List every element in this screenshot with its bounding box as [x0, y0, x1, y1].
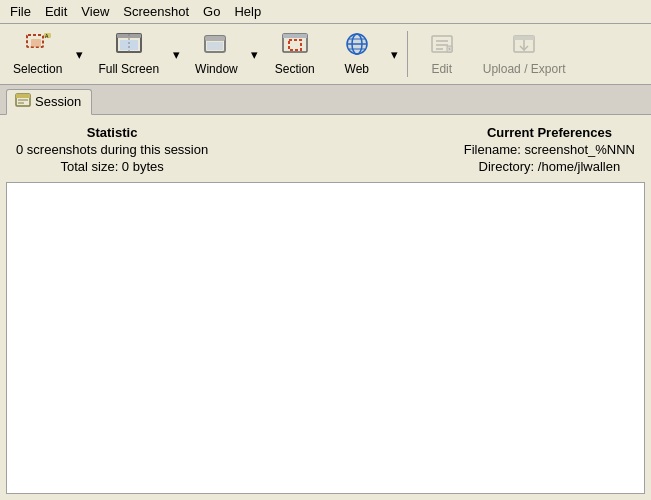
- toolbar: A Selection ▾ Full Screen ▾: [0, 24, 651, 85]
- section-icon: [281, 32, 309, 60]
- window-label: Window: [195, 62, 238, 76]
- upload-label: Upload / Export: [483, 62, 566, 76]
- selection-icon: A: [24, 32, 52, 60]
- filename-value: Filename: screenshot_%NNN: [464, 142, 635, 157]
- svg-rect-10: [207, 42, 223, 50]
- screenshots-count: 0 screenshots during this session: [16, 142, 208, 157]
- menu-screenshot[interactable]: Screenshot: [117, 2, 195, 21]
- toolbar-separator-1: [407, 31, 408, 77]
- svg-rect-13: [289, 40, 301, 50]
- svg-rect-6: [120, 40, 138, 50]
- web-group: Web ▾: [327, 27, 403, 81]
- selection-arrow[interactable]: ▾: [71, 27, 87, 81]
- fullscreen-label: Full Screen: [98, 62, 159, 76]
- preferences-col: Current Preferences Filename: screenshot…: [464, 125, 635, 174]
- menu-view[interactable]: View: [75, 2, 115, 21]
- total-size: Total size: 0 bytes: [60, 159, 163, 174]
- web-label: Web: [345, 62, 369, 76]
- web-button[interactable]: Web: [327, 27, 387, 81]
- section-button[interactable]: Section: [265, 27, 325, 81]
- edit-button: Edit: [412, 27, 472, 81]
- window-icon: [202, 32, 230, 60]
- menubar: File Edit View Screenshot Go Help: [0, 0, 651, 24]
- session-tab[interactable]: Session: [6, 89, 92, 115]
- section-label: Section: [275, 62, 315, 76]
- window-arrow[interactable]: ▾: [247, 27, 263, 81]
- fullscreen-arrow[interactable]: ▾: [168, 27, 184, 81]
- tab-bar: Session: [0, 85, 651, 114]
- fullscreen-button[interactable]: Full Screen: [89, 27, 168, 81]
- stats-row: Statistic 0 screenshots during this sess…: [6, 121, 645, 178]
- svg-rect-12: [283, 34, 307, 38]
- session-icon: [15, 93, 31, 110]
- preferences-title: Current Preferences: [487, 125, 612, 140]
- menu-help[interactable]: Help: [228, 2, 267, 21]
- fullscreen-icon: [115, 32, 143, 60]
- svg-rect-29: [16, 94, 30, 98]
- statistic-title: Statistic: [87, 125, 138, 140]
- selection-label: Selection: [13, 62, 62, 76]
- edit-icon: [428, 32, 456, 60]
- web-arrow[interactable]: ▾: [387, 27, 403, 81]
- directory-value: Directory: /home/jlwallen: [479, 159, 621, 174]
- fullscreen-group: Full Screen ▾: [89, 27, 184, 81]
- session-tab-label: Session: [35, 94, 81, 109]
- menu-go[interactable]: Go: [197, 2, 226, 21]
- statistic-col: Statistic 0 screenshots during this sess…: [16, 125, 208, 174]
- section-group: Section: [265, 27, 325, 81]
- svg-rect-9: [205, 36, 225, 41]
- web-icon: [343, 32, 371, 60]
- svg-rect-1: [31, 39, 41, 47]
- svg-point-19: [347, 34, 367, 54]
- selection-button[interactable]: A Selection: [4, 27, 71, 81]
- screenshot-list: [6, 182, 645, 494]
- menu-file[interactable]: File: [4, 2, 37, 21]
- window-button[interactable]: Window: [186, 27, 247, 81]
- content-area: Statistic 0 screenshots during this sess…: [0, 114, 651, 500]
- upload-button: Upload / Export: [474, 27, 575, 81]
- menu-edit[interactable]: Edit: [39, 2, 73, 21]
- edit-label: Edit: [431, 62, 452, 76]
- upload-icon: [510, 32, 538, 60]
- svg-rect-27: [514, 36, 534, 40]
- selection-group: A Selection ▾: [4, 27, 87, 81]
- window-group: Window ▾: [186, 27, 263, 81]
